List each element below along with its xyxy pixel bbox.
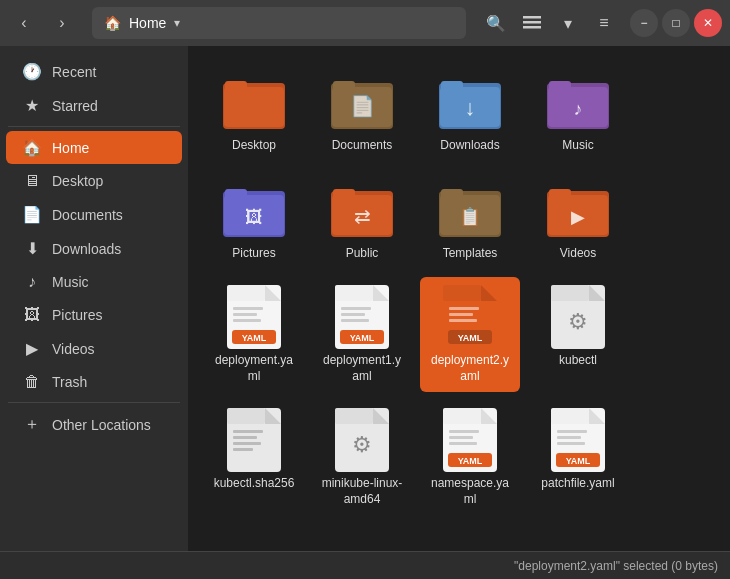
svg-rect-45	[341, 307, 371, 310]
dropdown-icon: ▾	[174, 16, 180, 30]
kubectl-sha256-label: kubectl.sha256	[214, 476, 295, 492]
file-item-namespace-yaml[interactable]: YAML namespace.yaml	[420, 400, 520, 515]
sidebar-item-desktop[interactable]: 🖥 Desktop	[6, 165, 182, 197]
sidebar-item-recent[interactable]: 🕐 Recent	[6, 55, 182, 88]
svg-text:YAML: YAML	[350, 333, 375, 343]
kubectl-icon: ⚙	[546, 285, 610, 349]
file-item-patchfile-yaml[interactable]: YAML patchfile.yaml	[528, 400, 628, 515]
location-label: Home	[129, 15, 166, 31]
sidebar-item-music[interactable]: ♪ Music	[6, 266, 182, 298]
svg-rect-2	[523, 26, 541, 29]
svg-text:⚙: ⚙	[352, 432, 372, 457]
patchfile-yaml-label: patchfile.yaml	[541, 476, 614, 492]
svg-text:⇄: ⇄	[354, 205, 371, 227]
svg-rect-76	[449, 430, 479, 433]
sidebar-item-other-locations[interactable]: ＋ Other Locations	[6, 407, 182, 442]
file-item-music[interactable]: ♪ Music	[528, 62, 628, 162]
videos-folder-label: Videos	[560, 246, 596, 262]
svg-rect-65	[233, 430, 263, 433]
close-button[interactable]: ✕	[694, 9, 722, 37]
svg-rect-37	[233, 307, 263, 310]
svg-rect-66	[233, 436, 257, 439]
file-item-deployment-yaml[interactable]: YAML deployment.yaml	[204, 277, 304, 392]
file-item-downloads-folder[interactable]: ↓ Downloads	[420, 62, 520, 162]
titlebar: ‹ › 🏠 Home ▾ 🔍 ▾ ≡ − □ ✕	[0, 0, 730, 46]
menu-button[interactable]: ≡	[588, 7, 620, 39]
sidebar-item-documents[interactable]: 📄 Documents	[6, 198, 182, 231]
sidebar-label-pictures: Pictures	[52, 307, 103, 323]
sidebar-item-starred[interactable]: ★ Starred	[6, 89, 182, 122]
deployment1-yaml-label: deployment1.yaml	[320, 353, 404, 384]
sidebar-item-downloads[interactable]: ⬇ Downloads	[6, 232, 182, 265]
patchfile-yaml-icon: YAML	[546, 408, 610, 472]
svg-rect-46	[341, 313, 365, 316]
file-item-documents[interactable]: 📄 Documents	[312, 62, 412, 162]
search-button[interactable]: 🔍	[480, 7, 512, 39]
file-grid: Desktop 📄 Documents	[204, 62, 714, 516]
svg-rect-78	[449, 442, 477, 445]
back-button[interactable]: ‹	[8, 7, 40, 39]
videos-folder-icon: ▶	[546, 178, 610, 242]
forward-button[interactable]: ›	[46, 7, 78, 39]
sidebar-label-trash: Trash	[52, 374, 87, 390]
svg-text:⚙: ⚙	[568, 309, 588, 334]
sidebar-item-pictures[interactable]: 🖼 Pictures	[6, 299, 182, 331]
downloads-folder-icon: ↓	[438, 70, 502, 134]
view-dropdown-button[interactable]: ▾	[552, 7, 584, 39]
file-item-deployment2-yaml[interactable]: YAML deployment2.yaml	[420, 277, 520, 392]
svg-text:🖼: 🖼	[245, 207, 263, 227]
svg-rect-83	[551, 408, 589, 424]
window-controls: − □ ✕	[630, 9, 722, 37]
svg-rect-53	[449, 307, 479, 310]
location-bar: 🏠 Home ▾	[92, 7, 466, 39]
svg-rect-86	[557, 442, 585, 445]
main-layout: 🕐 Recent ★ Starred 🏠 Home 🖥 Desktop 📄 Do…	[0, 46, 730, 551]
kubectl-sha256-icon	[222, 408, 286, 472]
file-item-minikube[interactable]: ⚙ minikube-linux-amd64	[312, 400, 412, 515]
namespace-yaml-label: namespace.yaml	[428, 476, 512, 507]
file-item-public[interactable]: ⇄ Public	[312, 170, 412, 270]
documents-folder-label: Documents	[332, 138, 393, 154]
svg-rect-71	[335, 408, 373, 424]
other-locations-icon: ＋	[22, 414, 42, 435]
pictures-folder-icon: 🖼	[222, 178, 286, 242]
sidebar-item-home[interactable]: 🏠 Home	[6, 131, 182, 164]
public-folder-label: Public	[346, 246, 379, 262]
svg-rect-68	[233, 448, 253, 451]
pictures-nav-icon: 🖼	[22, 306, 42, 324]
svg-rect-39	[233, 319, 261, 322]
namespace-yaml-icon: YAML	[438, 408, 502, 472]
sidebar-label-desktop: Desktop	[52, 173, 103, 189]
titlebar-actions: 🔍 ▾ ≡	[480, 7, 620, 39]
templates-folder-label: Templates	[443, 246, 498, 262]
file-item-pictures[interactable]: 🖼 Pictures	[204, 170, 304, 270]
restore-button[interactable]: □	[662, 9, 690, 37]
documents-nav-icon: 📄	[22, 205, 42, 224]
svg-rect-55	[449, 319, 477, 322]
videos-nav-icon: ▶	[22, 339, 42, 358]
kubectl-label: kubectl	[559, 353, 597, 369]
sidebar: 🕐 Recent ★ Starred 🏠 Home 🖥 Desktop 📄 Do…	[0, 46, 188, 551]
file-item-deployment1-yaml[interactable]: YAML deployment1.yaml	[312, 277, 412, 392]
svg-rect-54	[449, 313, 473, 316]
view-list-button[interactable]	[516, 7, 548, 39]
sidebar-item-videos[interactable]: ▶ Videos	[6, 332, 182, 365]
sidebar-label-music: Music	[52, 274, 89, 290]
svg-text:♪: ♪	[574, 99, 583, 119]
svg-text:YAML: YAML	[242, 333, 267, 343]
sidebar-item-trash[interactable]: 🗑 Trash	[6, 366, 182, 398]
file-item-kubectl[interactable]: ⚙ kubectl	[528, 277, 628, 392]
svg-rect-1	[523, 21, 541, 24]
sidebar-label-other-locations: Other Locations	[52, 417, 151, 433]
file-item-kubectl-sha256[interactable]: kubectl.sha256	[204, 400, 304, 515]
downloads-nav-icon: ⬇	[22, 239, 42, 258]
file-item-videos[interactable]: ▶ Videos	[528, 170, 628, 270]
starred-icon: ★	[22, 96, 42, 115]
minimize-button[interactable]: −	[630, 9, 658, 37]
file-item-templates[interactable]: 📋 Templates	[420, 170, 520, 270]
svg-text:YAML: YAML	[566, 456, 591, 466]
file-item-desktop[interactable]: Desktop	[204, 62, 304, 162]
svg-text:YAML: YAML	[458, 456, 483, 466]
downloads-folder-label: Downloads	[440, 138, 499, 154]
deployment-yaml-label: deployment.yaml	[212, 353, 296, 384]
